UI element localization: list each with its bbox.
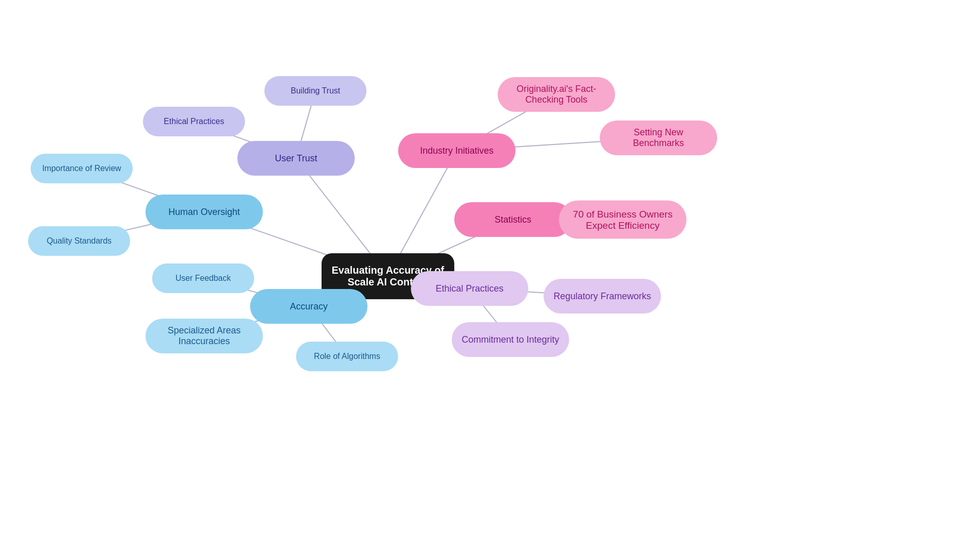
node-industry-initiatives[interactable]: Industry Initiatives [398,133,516,168]
node-role-of-algorithms[interactable]: Role of Algorithms [296,342,398,371]
node-importance-of-review[interactable]: Importance of Review [31,154,133,183]
node-specialized-areas[interactable]: Specialized Areas Inaccuracies [145,319,263,353]
mind-map: Evaluating Accuracy of Scale AI ContentU… [0,0,980,553]
node-accuracy[interactable]: Accuracy [250,289,368,324]
node-commitment-integrity[interactable]: Commitment to Integrity [452,322,569,357]
node-human-oversight[interactable]: Human Oversight [145,195,263,229]
node-regulatory-frameworks[interactable]: Regulatory Frameworks [544,279,661,314]
node-70-business[interactable]: 70 of Business Owners Expect Efficiency [559,201,687,239]
node-building-trust[interactable]: Building Trust [264,76,366,106]
node-originality-tools[interactable]: Originality.ai's Fact-Checking Tools [498,77,615,112]
node-ethical-practices-left[interactable]: Ethical Practices [143,107,245,136]
node-ethical-practices-right[interactable]: Ethical Practices [411,271,528,306]
node-user-trust[interactable]: User Trust [237,141,355,176]
node-setting-benchmarks[interactable]: Setting New Benchmarks [600,121,717,155]
node-statistics[interactable]: Statistics [454,202,572,237]
node-user-feedback[interactable]: User Feedback [152,263,254,293]
node-quality-standards[interactable]: Quality Standards [28,226,130,256]
